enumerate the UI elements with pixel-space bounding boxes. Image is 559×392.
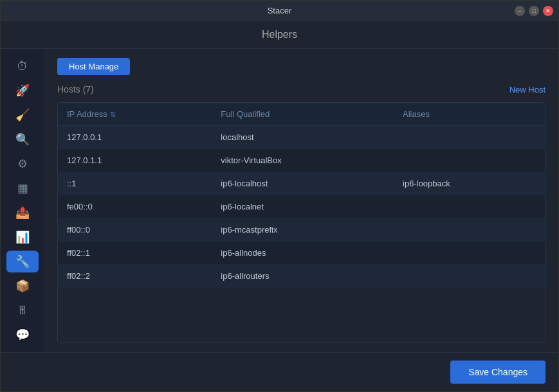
cell-ip: 127.0.0.1: [58, 126, 212, 149]
cell-aliases: ip6-loopback: [394, 172, 545, 195]
table-row[interactable]: fe00::0ip6-localnet: [58, 195, 545, 218]
sidebar-item-terminal[interactable]: 💬: [6, 324, 39, 346]
table-row[interactable]: ff00::0ip6-mcastprefix: [58, 218, 545, 242]
sidebar-item-startup[interactable]: 🚀: [6, 80, 39, 102]
sidebar-item-processes[interactable]: ▦: [6, 177, 39, 199]
hosts-count: Hosts (7): [57, 84, 94, 94]
cell-ip: ff02::1: [58, 242, 212, 265]
processes-icon: ▦: [17, 181, 28, 195]
sliders-icon: 🎚: [17, 304, 28, 317]
hosts-header: Hosts (7) New Host: [57, 84, 545, 94]
minimize-button[interactable]: –: [515, 6, 525, 16]
page-header: Helpers: [1, 21, 558, 49]
new-host-link[interactable]: New Host: [509, 85, 545, 94]
close-button[interactable]: ✕: [543, 6, 553, 16]
cell-aliases: [394, 195, 545, 218]
uninstaller-icon: 📤: [15, 206, 30, 220]
cell-aliases: [394, 265, 545, 288]
cell-fqdn: ip6-localhost: [212, 172, 394, 195]
terminal-icon: 💬: [15, 328, 30, 342]
chart-icon: 📊: [15, 230, 30, 244]
hosts-table: IP Address Full Qualified Aliases 127.0.…: [58, 103, 545, 288]
cell-ip: ff00::0: [58, 218, 212, 242]
cell-fqdn: ip6-mcastprefix: [212, 218, 394, 242]
sidebar-item-helpers[interactable]: 🔧: [6, 251, 39, 272]
hosts-table-body: 127.0.0.1localhost127.0.1.1viktor-Virtua…: [58, 126, 545, 288]
cell-aliases: [394, 242, 545, 265]
sidebar-item-dashboard[interactable]: ⏱: [6, 55, 39, 77]
cell-ip: fe00::0: [58, 195, 212, 218]
cell-fqdn: localhost: [212, 126, 394, 149]
table-header-row: IP Address Full Qualified Aliases: [58, 103, 545, 126]
sidebar: ⏱ 🚀 🧹 🔍 ⚙ ▦ 📤 📊 🔧: [1, 49, 44, 352]
table-row[interactable]: 127.0.1.1viktor-VirtualBox: [58, 149, 545, 172]
hosts-table-container: IP Address Full Qualified Aliases 127.0.…: [57, 102, 545, 343]
dashboard-icon: ⏱: [17, 60, 28, 73]
window-title: Stacer: [268, 6, 292, 15]
search-icon: 🔍: [15, 132, 30, 147]
maximize-button[interactable]: □: [529, 6, 539, 16]
window-controls: – □ ✕: [515, 6, 553, 16]
sidebar-item-cleaner[interactable]: 🧹: [6, 104, 39, 126]
main-content: Host Manage Hosts (7) New Host IP Addres…: [44, 49, 558, 352]
rocket-icon: 🚀: [15, 84, 30, 98]
sidebar-item-resources[interactable]: 📊: [6, 226, 39, 248]
sidebar-item-search[interactable]: 🔍: [6, 129, 39, 150]
cell-ip: ff02::2: [58, 265, 212, 288]
main-window: Stacer – □ ✕ Helpers ⏱ 🚀 🧹 🔍 ⚙: [0, 0, 559, 392]
cell-fqdn: ip6-localnet: [212, 195, 394, 218]
column-full-qualified: Full Qualified: [212, 103, 394, 126]
box-icon: 📦: [15, 279, 30, 293]
column-ip-address[interactable]: IP Address: [58, 103, 212, 126]
sidebar-item-uninstaller[interactable]: 📤: [6, 202, 39, 224]
tab-host-manage[interactable]: Host Manage: [57, 58, 130, 75]
cell-fqdn: ip6-allrouters: [212, 265, 394, 288]
cell-aliases: [394, 218, 545, 242]
tab-bar: Host Manage: [57, 58, 545, 75]
cell-ip: ::1: [58, 172, 212, 195]
cell-ip: 127.0.1.1: [58, 149, 212, 172]
sidebar-item-apt[interactable]: 📦: [6, 275, 39, 297]
broom-icon: 🧹: [15, 108, 30, 122]
wrench-icon: 🔧: [15, 254, 30, 269]
save-changes-button[interactable]: Save Changes: [450, 361, 545, 384]
table-row[interactable]: ::1ip6-localhostip6-loopback: [58, 172, 545, 195]
table-row[interactable]: 127.0.0.1localhost: [58, 126, 545, 149]
table-row[interactable]: ff02::1ip6-allnodes: [58, 242, 545, 265]
cell-aliases: [394, 126, 545, 149]
sidebar-item-services[interactable]: ⚙: [6, 153, 39, 175]
footer: Save Changes: [1, 352, 558, 391]
cell-aliases: [394, 149, 545, 172]
title-bar: Stacer – □ ✕: [1, 1, 558, 21]
cell-fqdn: viktor-VirtualBox: [212, 149, 394, 172]
sidebar-item-settings[interactable]: 🎚: [6, 299, 39, 321]
cell-fqdn: ip6-allnodes: [212, 242, 394, 265]
table-row[interactable]: ff02::2ip6-allrouters: [58, 265, 545, 288]
app-body: ⏱ 🚀 🧹 🔍 ⚙ ▦ 📤 📊 🔧: [1, 49, 558, 352]
gear-icon: ⚙: [17, 157, 28, 171]
column-aliases: Aliases: [394, 103, 545, 126]
